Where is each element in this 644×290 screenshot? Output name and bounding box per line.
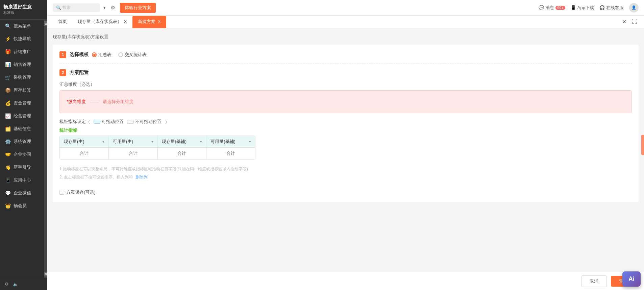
stat-col-0[interactable]: 现存量(主) ▾ (60, 136, 109, 147)
draggable-legend-box (94, 120, 100, 124)
sidebar-item-label: 库存核算 (14, 87, 31, 93)
sidebar-item-label: 基础信息 (14, 126, 31, 132)
message-icon: 💬 (539, 5, 544, 10)
sidebar-item-label: 企业微信 (14, 190, 31, 196)
section1-label: 选择模板 (70, 52, 89, 58)
scroll-up-btn[interactable]: ▲ (44, 21, 47, 26)
stat-col-1-label: 可用量(主) (113, 139, 133, 145)
sidebar-item-label: 系统管理 (14, 139, 31, 145)
bottom-bar: 取消 查询 (47, 272, 644, 290)
cancel-button[interactable]: 取消 (581, 275, 607, 287)
sidebar-item-label: 快捷导航 (14, 36, 31, 42)
sidebar-item-label: 经营管理 (14, 113, 31, 119)
tab-expand-btn[interactable]: ⛶ (630, 18, 639, 26)
sidebar-item-label: 营销推广 (14, 49, 31, 55)
radio-cross-label: 交叉统计表 (125, 52, 147, 58)
stat-col-1[interactable]: 可用量(主) ▾ (109, 136, 158, 147)
tab-close-btn[interactable]: ✕ (621, 18, 628, 26)
tip-1: 1.拖动标题栏可以调整布局，不可跨维度或指标区域拖动栏目字段(只能在同一维度或指… (59, 165, 632, 173)
trial-btn[interactable]: 体验行业方案 (120, 3, 156, 13)
scroll-down-btn[interactable]: ▼ (44, 272, 47, 276)
box-icon: 📦 (5, 87, 11, 93)
col-1-chevron-icon[interactable]: ▾ (151, 140, 153, 144)
section1-header: 1 选择模板 汇总表 交叉统计表 (59, 51, 632, 58)
col-3-chevron-icon[interactable]: ▾ (249, 140, 251, 144)
main-area: 🔍 搜索 ▾ ⚙ 体验行业方案 💬 消息 99+ 📱 App下载 🎧 在线客服 … (47, 0, 644, 290)
cart-icon: 🛒 (5, 74, 11, 80)
sidebar-logo: 畅康通好生意 标准版 (0, 0, 47, 20)
stat-col-0-label: 现存量(主) (64, 139, 84, 145)
user-avatar[interactable]: 👤 (629, 3, 639, 13)
sidebar-item-new-guide[interactable]: 👋 新手引导 (0, 161, 44, 174)
section2-header: 2 方案配置 (59, 69, 632, 76)
sidebar-item-member[interactable]: 👑 畅会员 (0, 199, 44, 212)
topbar-dropdown[interactable]: ▾ (103, 5, 106, 10)
sidebar-item-marketing[interactable]: 🎁 营销推广 (0, 45, 44, 58)
radio-cross[interactable]: 交叉统计表 (118, 52, 147, 58)
messages-btn[interactable]: 💬 消息 99+ (539, 5, 565, 11)
messages-badge: 99+ (555, 6, 565, 10)
tip-1-text: 1.拖动标题栏可以调整布局，不可跨维度或指标区域拖动栏目字段(只能在同一维度或指… (59, 165, 248, 173)
app-name: 畅康通好生意 (3, 4, 44, 10)
col-0-chevron-icon[interactable]: ▾ (102, 140, 104, 144)
section2-label: 方案配置 (70, 70, 89, 76)
ai-button[interactable]: Ai (622, 271, 641, 287)
stat-col-3[interactable]: 可用量(基辅) ▾ (206, 136, 255, 147)
sidebar-bottom: ⚙ 🔈 (0, 278, 47, 290)
lightning-icon: ⚡ (5, 36, 11, 42)
app-download-btn[interactable]: 📱 App下载 (571, 5, 594, 11)
sidebar-item-app-center[interactable]: 📱 应用中心 (0, 174, 44, 187)
sidebar-item-cooperation[interactable]: 🤝 企业协同 (0, 148, 44, 161)
settings-card: 1 选择模板 汇总表 交叉统计表 2 方案配置 (53, 45, 639, 202)
non-draggable-legend-label: 不可拖动位置 (135, 119, 162, 125)
money-icon: 💰 (5, 100, 11, 106)
folder-icon: 🗂️ (5, 126, 11, 132)
tab-new-scheme[interactable]: 新建方案 ✕ (132, 16, 166, 28)
sidebar-item-inventory[interactable]: 📦 库存核算 (0, 84, 44, 97)
topbar-search[interactable]: 🔍 搜索 (53, 3, 100, 12)
new-scheme-tab-close[interactable]: ✕ (157, 20, 161, 24)
col-2-chevron-icon[interactable]: ▾ (200, 140, 202, 144)
topbar-gear-icon[interactable]: ⚙ (109, 3, 117, 12)
search-icon: 🔍 (5, 23, 11, 29)
stat-cell-2: 合计 (158, 148, 207, 159)
settings-icon[interactable]: ⚙ (5, 282, 9, 287)
sidebar-item-purchase[interactable]: 🛒 采购管理 (0, 71, 44, 84)
online-service-label: 在线客服 (606, 5, 624, 11)
online-service-btn[interactable]: 🎧 在线客服 (599, 5, 624, 11)
sidebar-item-operation[interactable]: 📈 经营管理 (0, 110, 44, 122)
sidebar-item-system[interactable]: ⚙️ 系统管理 (0, 135, 44, 148)
inventory-tab-close[interactable]: ✕ (124, 20, 127, 24)
radio-summary[interactable]: 汇总表 (92, 52, 112, 58)
sidebar-item-finance[interactable]: 💰 资金管理 (0, 97, 44, 110)
summary-dimension-label: 汇总维度（必选） (59, 81, 632, 88)
stat-table: 现存量(主) ▾ 可用量(主) ▾ 现存量(基辅) ▾ 可用量(基辅) ▾ (59, 136, 255, 160)
volume-icon[interactable]: 🔈 (13, 282, 18, 287)
content-area: 现存量(库存状况表)方案设置 1 选择模板 汇总表 交叉统计表 (47, 28, 644, 272)
save-option: 方案保存(可选) (59, 184, 632, 195)
sidebar-item-sales[interactable]: 📊 销售管理 (0, 58, 44, 71)
sidebar-item-wechat[interactable]: 💬 企业微信 (0, 187, 44, 199)
stat-table-header: 现存量(主) ▾ 可用量(主) ▾ 现存量(基辅) ▾ 可用量(基辅) ▾ (60, 136, 255, 147)
sidebar-item-quick-nav[interactable]: ⚡ 快捷导航 (0, 32, 44, 45)
tip-2: 2. 点击标题栏下拉可设置排序、插入列和删除列 (59, 173, 632, 181)
topbar-right: 💬 消息 99+ 📱 App下载 🎧 在线客服 👤 (539, 3, 639, 13)
stat-section-label: 统计指标 (59, 127, 632, 134)
delete-col-link[interactable]: 删除列 (135, 173, 148, 181)
sidebar-item-label: 畅会员 (14, 203, 27, 209)
tab-inventory[interactable]: 现存量（库存状况表） ✕ (72, 16, 132, 28)
sidebar-item-basic-info[interactable]: 🗂️ 基础信息 (0, 122, 44, 135)
section1-num: 1 (59, 51, 66, 58)
sidebar-scrollbar[interactable]: ▲ ▼ (44, 20, 47, 278)
stat-col-2[interactable]: 现存量(基辅) ▾ (158, 136, 207, 147)
inventory-tab-label: 现存量（库存状况表） (78, 19, 122, 25)
dimension-area[interactable]: *纵向维度 —— 请选择分组维度 (59, 90, 632, 113)
stat-col-2-label: 现存量(基辅) (162, 139, 187, 145)
wechat-icon: 💬 (5, 190, 11, 196)
dimension-required: *纵向维度 (67, 99, 86, 105)
tab-home[interactable]: 首页 (53, 16, 72, 28)
template-radio-group: 汇总表 交叉统计表 (92, 52, 147, 58)
sidebar-item-search[interactable]: 🔍 搜索菜单 (0, 20, 44, 32)
save-checkbox[interactable] (59, 190, 64, 195)
topbar: 🔍 搜索 ▾ ⚙ 体验行业方案 💬 消息 99+ 📱 App下载 🎧 在线客服 … (47, 0, 644, 16)
